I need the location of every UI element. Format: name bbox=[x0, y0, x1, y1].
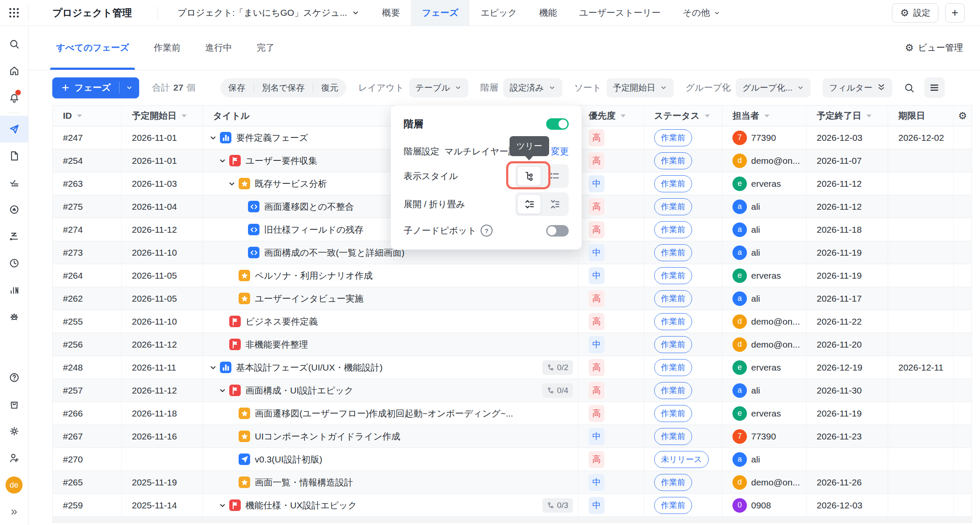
sidebar-item-reports[interactable] bbox=[0, 277, 28, 303]
row-expand-chevron-icon[interactable] bbox=[209, 134, 220, 142]
sort-caret-icon[interactable] bbox=[866, 114, 872, 117]
row-expand-chevron-icon[interactable] bbox=[218, 501, 229, 510]
sidebar-item-search[interactable] bbox=[0, 31, 28, 57]
column-header-end-date[interactable]: 予定終了日 bbox=[806, 106, 888, 126]
sidebar-item-goals[interactable] bbox=[0, 196, 28, 223]
table-row-265[interactable]: #265 2025-11-19 画面一覧・情報構造設計 中 作業前 d demo… bbox=[53, 471, 971, 494]
search-icon bbox=[9, 38, 20, 50]
cell-title[interactable]: 画面遷移図(ユーザーフロー)作成初回起動~オンボーディング~... bbox=[203, 402, 578, 425]
header-tab-user-stories[interactable]: ユーザーストーリー bbox=[568, 0, 672, 26]
table-row-262[interactable]: #262 2026-11-05 ユーザーインタビュー実施 高 作業前 a ali… bbox=[53, 287, 971, 310]
project-selector[interactable]: プロジェクト:「まいにちGO」スケジュ... bbox=[177, 7, 360, 19]
expand-all-button[interactable] bbox=[517, 194, 541, 214]
table-row-267[interactable]: #267 2026-11-16 UIコンポーネントガイドライン作成 中 作業前 … bbox=[53, 425, 971, 448]
row-expand-chevron-icon[interactable] bbox=[218, 386, 229, 395]
priority-badge: 高 bbox=[589, 129, 604, 146]
cell-title[interactable]: 基本設計フェーズ(UI/UX・機能設計) 0/2 bbox=[203, 356, 578, 379]
add-button[interactable]: + bbox=[945, 3, 965, 23]
sort-select[interactable]: 予定開始日 bbox=[607, 78, 674, 97]
child-pivot-toggle[interactable] bbox=[546, 225, 569, 237]
column-header-priority[interactable]: 優先度 bbox=[578, 106, 644, 126]
column-header-id[interactable]: ID bbox=[53, 106, 122, 126]
cell-title[interactable]: ユーザーインタビュー実施 bbox=[203, 287, 578, 310]
table-row-264[interactable]: #264 2026-11-05 ペルソナ・利用シナリオ作成 中 作業前 e er… bbox=[53, 264, 971, 287]
row-expand-chevron-icon[interactable] bbox=[228, 180, 239, 188]
app-launcher-icon[interactable] bbox=[0, 6, 28, 19]
table-row-257[interactable]: #257 2026-11-12 画面構成・UI設計エピック 0/4 高 作業前 … bbox=[53, 379, 971, 402]
row-expand-chevron-icon[interactable] bbox=[209, 363, 220, 372]
table-row-270[interactable]: #270 v0.3(UI設計初版) 高 未リリース a ali bbox=[53, 448, 971, 471]
table-row-259[interactable]: #259 2025-11-14 機能仕様・UX設計エピック 0/3 中 作業前 … bbox=[53, 494, 971, 517]
view-tab-all-phases[interactable]: すべてのフェーズ bbox=[56, 26, 129, 70]
table-row-255[interactable]: #255 2026-11-10 ビジネス要件定義 高 作業前 d demo@on… bbox=[53, 310, 971, 333]
list-style-button[interactable] bbox=[543, 166, 567, 186]
sidebar-item-workflow[interactable] bbox=[0, 223, 28, 250]
sidebar-item-invite[interactable] bbox=[0, 445, 28, 471]
sort-caret-icon[interactable] bbox=[764, 114, 769, 117]
column-header-assignee[interactable]: 担当者 bbox=[722, 106, 806, 126]
sidebar-item-home[interactable] bbox=[0, 57, 28, 84]
sort-caret-icon[interactable] bbox=[77, 114, 82, 117]
search-button[interactable] bbox=[903, 82, 915, 94]
group-select[interactable]: グループ化... bbox=[736, 78, 811, 97]
table-row-256[interactable]: #256 2026-11-12 非機能要件整理 中 作業前 d demo@on.… bbox=[53, 333, 971, 356]
header-tab-features[interactable]: 機能 bbox=[528, 0, 568, 26]
sidebar-item-collapse[interactable]: » bbox=[0, 498, 28, 525]
help-icon[interactable]: ? bbox=[481, 225, 493, 237]
cell-title[interactable]: 機能仕様・UX設計エピック 0/3 bbox=[203, 494, 578, 517]
table-row-266[interactable]: #266 2026-11-18 画面遷移図(ユーザーフロー)作成初回起動~オンボ… bbox=[53, 402, 971, 425]
cell-title[interactable]: v0.3(UI設計初版) bbox=[203, 448, 578, 471]
sidebar-item-help[interactable] bbox=[0, 364, 28, 391]
add-phase-button[interactable]: フェーズ bbox=[52, 77, 139, 98]
cell-title[interactable]: 非機能要件整理 bbox=[203, 333, 578, 356]
sidebar-item-projects[interactable] bbox=[0, 116, 28, 143]
layout-select[interactable]: テーブル bbox=[409, 78, 468, 97]
sidebar-item-bugs[interactable] bbox=[0, 303, 28, 330]
view-tab-pre-work[interactable]: 作業前 bbox=[154, 26, 180, 70]
settings-button[interactable]: ⚙ 設定 bbox=[892, 3, 938, 23]
sidebar-item-tasks[interactable] bbox=[0, 169, 28, 196]
sidebar-item-documents[interactable] bbox=[0, 143, 28, 169]
chevron-down-icon bbox=[797, 84, 804, 91]
sort-caret-icon[interactable] bbox=[705, 114, 710, 117]
sort-caret-icon[interactable] bbox=[621, 114, 626, 117]
cell-title[interactable]: 画面一覧・情報構造設計 bbox=[203, 471, 578, 494]
change-link[interactable]: 変更 bbox=[551, 146, 569, 157]
cell-title[interactable]: UIコンポーネントガイドライン作成 bbox=[203, 425, 578, 448]
save-as-button[interactable]: 別名で保存 bbox=[254, 82, 313, 94]
column-header-settings[interactable]: ⚙ bbox=[954, 106, 971, 126]
header-tab-epics[interactable]: エピック bbox=[470, 0, 528, 26]
hierarchy-toggle[interactable] bbox=[546, 118, 569, 130]
tree-style-button[interactable] bbox=[517, 166, 541, 186]
sidebar-item-settings[interactable] bbox=[0, 418, 28, 445]
cell-title[interactable]: ペルソナ・利用シナリオ作成 bbox=[203, 264, 578, 287]
save-button[interactable]: 保存 bbox=[220, 82, 254, 94]
view-tab-done[interactable]: 完了 bbox=[256, 26, 274, 70]
row-expand-chevron-icon[interactable] bbox=[218, 157, 229, 165]
sidebar-item-avatar[interactable]: de bbox=[0, 471, 28, 498]
filter-button[interactable]: フィルター bbox=[823, 78, 892, 97]
gear-icon[interactable]: ⚙ bbox=[958, 111, 967, 121]
divider bbox=[28, 4, 28, 22]
header-tab-phases[interactable]: フェーズ bbox=[411, 0, 469, 26]
column-header-start-date[interactable]: 予定開始日 bbox=[122, 106, 203, 126]
status-badge: 作業前 bbox=[654, 175, 692, 192]
column-header-due-date[interactable]: 期限日 bbox=[888, 106, 954, 126]
header-tab-overview[interactable]: 概要 bbox=[371, 0, 411, 26]
sidebar-item-history[interactable] bbox=[0, 250, 28, 277]
restore-button[interactable]: 復元 bbox=[313, 82, 346, 94]
sidebar-item-notifications[interactable] bbox=[0, 84, 28, 111]
sort-caret-icon[interactable] bbox=[182, 114, 187, 117]
view-manage-button[interactable]: ⚙ ビュー管理 bbox=[905, 42, 963, 54]
list-view-button[interactable] bbox=[924, 77, 945, 98]
chevron-down-icon[interactable] bbox=[120, 84, 139, 91]
column-header-status[interactable]: ステータス bbox=[644, 106, 722, 126]
cell-title[interactable]: ビジネス要件定義 bbox=[203, 310, 578, 333]
sidebar-item-store[interactable] bbox=[0, 391, 28, 418]
hierarchy-select[interactable]: 設定済み bbox=[503, 78, 562, 97]
view-tab-in-progress[interactable]: 進行中 bbox=[205, 26, 232, 70]
header-tab-more[interactable]: その他 bbox=[672, 0, 732, 26]
cell-title[interactable]: 画面構成・UI設計エピック 0/4 bbox=[203, 379, 578, 402]
table-row-248[interactable]: #248 2026-11-11 基本設計フェーズ(UI/UX・機能設計) 0/2… bbox=[53, 356, 971, 379]
collapse-all-button[interactable] bbox=[543, 194, 567, 214]
